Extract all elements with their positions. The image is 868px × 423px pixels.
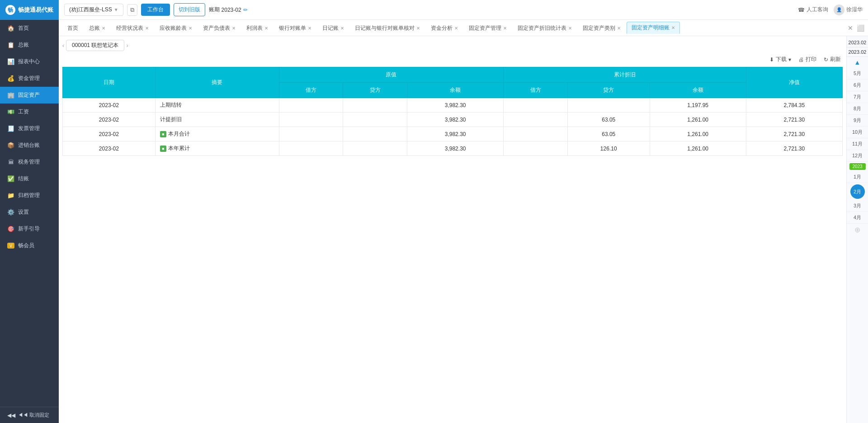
sidebar-item-salary[interactable]: 💵 工资 bbox=[0, 103, 59, 120]
tab-profit[interactable]: 利润表 ✕ bbox=[241, 22, 273, 34]
refresh-btn[interactable]: ↻ 刷新 bbox=[822, 55, 843, 64]
sidebar-item-guide[interactable]: 🎯 新手引导 bbox=[0, 221, 59, 237]
tab-close-icon[interactable]: ✕ bbox=[454, 26, 458, 31]
sidebar-item-fixed-assets[interactable]: 🏢 固定资产 bbox=[0, 87, 59, 103]
sidebar-item-settings[interactable]: ⚙️ 设置 bbox=[0, 204, 59, 221]
tab-asset-category[interactable]: 固定资产类别 ✕ bbox=[578, 22, 626, 34]
switch-version-btn[interactable]: 切到旧版 bbox=[174, 3, 205, 16]
tab-fund-analysis[interactable]: 资金分析 ✕ bbox=[426, 22, 463, 34]
copy-company-btn[interactable]: ⧉ bbox=[127, 4, 137, 16]
cell-orig-balance: 3,982.30 bbox=[407, 141, 504, 156]
badge-icon: ■ bbox=[160, 146, 166, 152]
tab-close-icon[interactable]: ✕ bbox=[416, 26, 420, 31]
sidebar-item-reports[interactable]: 📊 报表中心 bbox=[0, 53, 59, 70]
tab-label: 资产负债表 bbox=[203, 24, 230, 32]
workspace-btn[interactable]: 工作台 bbox=[141, 4, 170, 16]
right-panel-month-5[interactable]: 5月 bbox=[847, 68, 868, 80]
cell-orig-balance: 3,982.30 bbox=[407, 127, 504, 141]
invoice-icon: 🧾 bbox=[7, 125, 14, 132]
tab-close-icon[interactable]: ✕ bbox=[264, 26, 268, 31]
tab-close-icon[interactable]: ✕ bbox=[503, 26, 507, 31]
sidebar-item-home[interactable]: 🏠 首页 bbox=[0, 20, 59, 37]
right-panel-month-10[interactable]: 10月 bbox=[847, 127, 868, 138]
print-btn[interactable]: 🖨 打印 bbox=[797, 55, 818, 64]
service-btn[interactable]: ☎ 人工客询 bbox=[798, 6, 828, 14]
tab-close-icon[interactable]: ✕ bbox=[189, 26, 192, 31]
breadcrumb-asset-code: 000001 bbox=[72, 42, 90, 48]
tab-bank[interactable]: 银行对账单 ✕ bbox=[274, 22, 316, 34]
right-panel-year-top: 2023.02 bbox=[847, 38, 868, 47]
close-all-tabs-btn[interactable]: ✕ bbox=[848, 24, 853, 32]
collapse-icon: ◀◀ bbox=[7, 412, 15, 418]
tab-close-icon[interactable]: ✕ bbox=[145, 26, 149, 31]
right-panel-more-btn[interactable]: ⊕ bbox=[853, 224, 862, 236]
cell-orig-credit bbox=[343, 113, 407, 127]
tab-close-icon[interactable]: ✕ bbox=[308, 26, 311, 31]
sidebar-item-tax[interactable]: 🏛 税务管理 bbox=[0, 154, 59, 170]
tab-label: 经营状况表 bbox=[116, 24, 143, 32]
tab-receivable[interactable]: 应收账龄表 ✕ bbox=[155, 22, 197, 34]
tab-ledger[interactable]: 总账 ✕ bbox=[84, 22, 110, 34]
tab-asset-detail[interactable]: 固定资产明细账 ✕ bbox=[627, 22, 680, 34]
tab-close-icon[interactable]: ✕ bbox=[671, 25, 675, 30]
sidebar-item-archive[interactable]: 📁 归档管理 bbox=[0, 187, 59, 204]
download-btn[interactable]: ⬇ 下载 ▾ bbox=[768, 55, 793, 64]
sidebar-item-ledger[interactable]: 📋 总账 bbox=[0, 37, 59, 53]
tab-close-icon[interactable]: ✕ bbox=[102, 26, 105, 31]
expand-tabs-btn[interactable]: ⬜ bbox=[857, 24, 864, 32]
col-net-value: 净值 bbox=[746, 67, 842, 98]
cell-net-value: 2,721.30 bbox=[746, 113, 842, 127]
right-panel-month-4[interactable]: 4月 bbox=[847, 212, 868, 224]
right-panel-scroll-up-btn[interactable]: ▲ bbox=[853, 57, 863, 68]
refresh-label: 刷新 bbox=[830, 56, 841, 63]
tab-close-icon[interactable]: ✕ bbox=[617, 26, 621, 31]
tab-close-icon[interactable]: ✕ bbox=[232, 26, 236, 31]
col-orig-debit: 借方 bbox=[279, 83, 343, 98]
period-edit-icon[interactable]: ✏ bbox=[243, 7, 248, 13]
table-row: 2023-02 计提折旧 3,982.30 63.05 1,261.00 2,7… bbox=[63, 113, 843, 127]
right-panel-month-1[interactable]: 1月 bbox=[847, 171, 868, 183]
tab-reconcile[interactable]: 日记账与银行对账单核对 ✕ bbox=[350, 22, 425, 34]
sidebar-item-purchases[interactable]: 📦 进销台账 bbox=[0, 137, 59, 154]
right-panel-month-9[interactable]: 9月 bbox=[847, 115, 868, 127]
sidebar-collapse-btn[interactable]: ◀◀ ◀◀ 取消固定 bbox=[0, 407, 59, 423]
tab-label: 日记账与银行对账单核对 bbox=[355, 24, 415, 32]
breadcrumb-forward-btn[interactable]: › bbox=[126, 42, 128, 49]
breadcrumb-back-btn[interactable]: ‹ bbox=[62, 42, 64, 49]
right-panel-month-6[interactable]: 6月 bbox=[847, 80, 868, 91]
cell-acc-balance: 1,261.00 bbox=[650, 113, 746, 127]
tab-close-icon[interactable]: ✕ bbox=[568, 26, 572, 31]
year-badge-2023[interactable]: 2023 bbox=[849, 163, 866, 170]
cell-acc-credit: 126.10 bbox=[567, 141, 650, 156]
tab-fixed-assets-mgmt[interactable]: 固定资产管理 ✕ bbox=[464, 22, 512, 34]
company-selector[interactable]: (劝)江西服垒-LSS ▼ bbox=[64, 4, 123, 16]
tab-journal[interactable]: 日记账 ✕ bbox=[317, 22, 349, 34]
sidebar-item-close-account[interactable]: ✅ 结账 bbox=[0, 170, 59, 187]
tab-balance-sheet[interactable]: 资产负债表 ✕ bbox=[198, 22, 241, 34]
tab-business[interactable]: 经营状况表 ✕ bbox=[111, 22, 154, 34]
sidebar-item-label: 报表中心 bbox=[18, 58, 40, 66]
right-panel-month-2-active[interactable]: 2月 bbox=[850, 184, 865, 199]
right-panel-month-3[interactable]: 3月 bbox=[847, 200, 868, 212]
tab-label: 应收账龄表 bbox=[160, 24, 187, 32]
sidebar-item-funds[interactable]: 💰 资金管理 bbox=[0, 70, 59, 87]
tab-depreciation-stats[interactable]: 固定资产折旧统计表 ✕ bbox=[513, 22, 577, 34]
sidebar-item-invoice[interactable]: 🧾 发票管理 bbox=[0, 120, 59, 137]
avatar: 👤 bbox=[834, 5, 844, 15]
sidebar-item-label: 设置 bbox=[18, 208, 29, 216]
tab-close-icon[interactable]: ✕ bbox=[340, 26, 344, 31]
right-panel-month-11[interactable]: 11月 bbox=[847, 138, 868, 150]
sidebar-item-vip[interactable]: V 畅会员 bbox=[0, 237, 59, 254]
tab-label: 利润表 bbox=[246, 24, 263, 32]
tab-home[interactable]: 首页 bbox=[62, 22, 83, 34]
sidebar-item-label: 总账 bbox=[18, 41, 29, 49]
breadcrumb-asset[interactable]: 000001 联想笔记本 bbox=[66, 40, 124, 51]
sidebar-item-label: 进销台账 bbox=[18, 141, 40, 149]
right-panel-month-12[interactable]: 12月 bbox=[847, 150, 868, 162]
right-panel-month-7[interactable]: 7月 bbox=[847, 91, 868, 103]
user-menu[interactable]: 👤 徐湿华 bbox=[834, 5, 863, 15]
tabbar: 首页 总账 ✕ 经营状况表 ✕ 应收账龄表 ✕ 资产负债表 ✕ 利润表 ✕ 银行… bbox=[59, 20, 868, 36]
sidebar-item-label: 结账 bbox=[18, 175, 29, 183]
table-toolbar: ⬇ 下载 ▾ 🖨 打印 ↻ 刷新 bbox=[62, 55, 843, 64]
right-panel-month-8[interactable]: 8月 bbox=[847, 103, 868, 115]
